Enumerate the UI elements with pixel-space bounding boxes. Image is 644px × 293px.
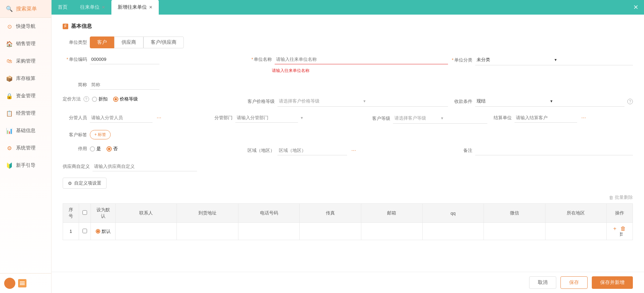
capital-icon: 🔒 (6, 92, 13, 100)
th-phone: 电话号码 (238, 204, 299, 223)
pricing-discount-option[interactable]: 折扣 (92, 96, 108, 102)
delete-row-btn[interactable]: 🗑 (619, 226, 627, 231)
unit-type-supplier[interactable]: 供应商 (114, 36, 143, 48)
unit-type-customer[interactable]: 客户 (90, 36, 114, 48)
menu-icon[interactable] (18, 279, 26, 287)
sidebar-item-operations[interactable]: 📋 经营管理 (0, 105, 51, 122)
phone-input[interactable] (242, 229, 296, 234)
cell-address[interactable] (177, 223, 238, 240)
unit-type-both[interactable]: 客户/供应商 (143, 36, 184, 48)
cell-qq[interactable] (422, 223, 484, 240)
close-all-tabs[interactable]: ✕ (628, 3, 644, 11)
sidebar-item-purchase[interactable]: 🛍 采购管理 (0, 52, 51, 70)
payment-terms-select[interactable]: 现结 ▾ (475, 96, 625, 107)
user-avatar[interactable] (4, 278, 15, 289)
th-seq: 序号 (63, 204, 79, 223)
unit-category-select[interactable]: 未分类 ▾ (475, 55, 633, 65)
manager-input[interactable] (90, 113, 152, 123)
sidebar-item-label: 资金管理 (16, 93, 36, 99)
contacts-table: 序号 设为默认 联系人 到货地址 电话号码 传真 邮箱 qq 微信 所在地区 操… (63, 203, 633, 240)
unit-code-input[interactable] (90, 55, 159, 64)
region-input[interactable] (277, 146, 347, 155)
cell-action: + 🗑 ⠿ (607, 223, 633, 240)
cell-contact[interactable] (116, 223, 177, 240)
sidebar-item-label: 销售管理 (16, 41, 36, 47)
table-section: 🗑 批量删除 序号 设为默认 联系人 到货地址 电话号码 传真 邮箱 qq (63, 194, 633, 240)
cell-wechat[interactable] (484, 223, 545, 240)
unit-name-input[interactable] (275, 55, 448, 64)
sidebar-item-search[interactable]: 🔍 搜索菜单 (0, 0, 51, 18)
batch-delete-button[interactable]: 🗑 批量删除 (609, 194, 633, 201)
settlement-unit-input[interactable] (515, 113, 577, 123)
cancel-button[interactable]: 取消 (529, 276, 556, 289)
sidebar-item-label: 基础信息 (16, 128, 36, 134)
short-name-input[interactable] (90, 80, 159, 90)
table-header: 序号 设为默认 联系人 到货地址 电话号码 传真 邮箱 qq 微信 所在地区 操… (63, 204, 633, 223)
dept-chevron-icon: ▾ (301, 115, 303, 120)
sidebar-item-label: 采购管理 (16, 58, 36, 64)
pricing-help-icon[interactable]: ? (84, 96, 89, 102)
sidebar-item-quick-nav[interactable]: ⊙ 快捷导航 (0, 18, 51, 35)
email-input[interactable] (365, 229, 419, 234)
contact-input[interactable] (119, 229, 173, 234)
disabled-yes-option[interactable]: 是 (90, 146, 101, 152)
default-radio[interactable] (96, 229, 100, 234)
settlement-more-btn[interactable]: ··· (580, 115, 587, 121)
cell-phone[interactable] (238, 223, 299, 240)
cell-area[interactable] (545, 223, 606, 240)
custom-settings-button[interactable]: ⚙ 自定义项设置 (63, 178, 107, 189)
sidebar-item-newbie[interactable]: 🔰 新手引导 (0, 157, 51, 174)
sidebar-item-capital[interactable]: 🔒 资金管理 (0, 87, 51, 105)
cell-email[interactable] (361, 223, 422, 240)
quick-nav-icon: ⊙ (6, 23, 13, 30)
th-qq: qq (422, 204, 484, 223)
region-more-btn[interactable]: ··· (350, 147, 357, 154)
unit-type-field: 单位类型 客户 供应商 客户/供应商 (63, 36, 633, 48)
tab-home[interactable]: 首页 (52, 0, 74, 15)
qq-input[interactable] (426, 229, 480, 234)
settings-icon: ⚙ (68, 181, 72, 186)
customer-price-level-select[interactable]: 请选择客户价格等级 ▾ (277, 96, 448, 107)
disabled-region-row: 停用 是 否 区域（地区） ··· 备注 (63, 146, 633, 155)
add-tag-button[interactable]: + 标签 (90, 130, 111, 139)
sidebar-item-system[interactable]: ⚙ 系统管理 (0, 139, 51, 157)
unit-category-label: *单位分类 (448, 57, 472, 63)
wechat-input[interactable] (487, 229, 541, 234)
save-button[interactable]: 保存 (560, 276, 588, 289)
sales-icon: 🏠 (6, 40, 13, 48)
payment-help-icon[interactable]: ? (627, 99, 633, 104)
unit-type-label: 单位类型 (63, 39, 87, 46)
sidebar-item-sales[interactable]: 🏠 销售管理 (0, 35, 51, 52)
save-new-button[interactable]: 保存并新增 (592, 276, 633, 289)
department-input[interactable] (235, 113, 298, 123)
fax-input[interactable] (303, 229, 357, 234)
sidebar-item-basic-info[interactable]: 📊 基础信息 (0, 122, 51, 139)
close-partner-tab[interactable]: ✕ (102, 5, 105, 10)
basic-info-icon: 📊 (6, 127, 13, 135)
th-checkbox (79, 204, 91, 223)
cell-fax[interactable] (300, 223, 361, 240)
row-checkbox[interactable] (83, 229, 87, 233)
remark-input[interactable] (475, 146, 633, 155)
select-all-checkbox[interactable] (83, 210, 87, 215)
disabled-no-option[interactable]: 否 (107, 146, 118, 152)
region-field: 区域（地区） ··· (248, 146, 448, 155)
sidebar-item-inventory[interactable]: 📦 库存核算 (0, 70, 51, 87)
tab-partner[interactable]: 往来单位 ✕ (74, 0, 111, 15)
pricing-level-option[interactable]: 价格等级 (113, 96, 138, 102)
area-input[interactable] (549, 229, 603, 234)
manager-row: 分管人员 ··· 分管部门 ▾ 客户等级 请选择客户等级 ▾ 结算单位 ··· (63, 113, 633, 124)
close-new-partner-tab[interactable]: ✕ (149, 5, 152, 10)
tab-new-partner[interactable]: 新增往来单位 ✕ (111, 0, 159, 15)
th-contact: 联系人 (116, 204, 177, 223)
supplier-custom-input[interactable] (93, 162, 197, 171)
unit-type-row: 单位类型 客户 供应商 客户/供应商 (63, 36, 633, 48)
add-row-btn[interactable]: + (612, 226, 618, 231)
manager-more-btn[interactable]: ··· (155, 115, 163, 121)
customer-level-field: 客户等级 请选择客户等级 ▾ (366, 113, 487, 124)
inventory-icon: 📦 (6, 75, 13, 82)
customer-level-select[interactable]: 请选择客户等级 ▾ (393, 113, 487, 124)
address-input[interactable] (180, 229, 234, 234)
drag-handle[interactable]: ⠿ (620, 232, 621, 237)
sidebar-item-label: 搜索菜单 (16, 6, 37, 12)
